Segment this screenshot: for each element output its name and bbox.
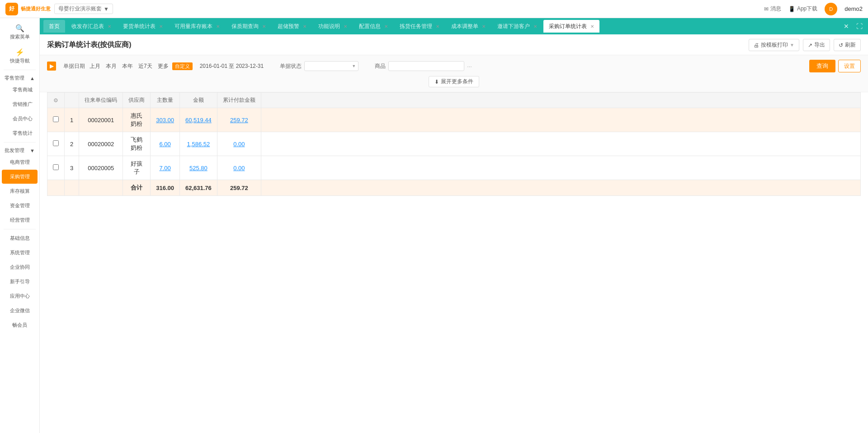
tab-shelf-life[interactable]: 保质期查询 ✕ bbox=[226, 20, 271, 33]
column-settings-icon[interactable]: ⚙ bbox=[53, 97, 58, 104]
sidebar-item-system[interactable]: 系统管理 bbox=[2, 246, 38, 260]
tab-receive-summary[interactable]: 收发存汇总表 ✕ bbox=[66, 20, 117, 33]
date-custom-badge[interactable]: 自定义 bbox=[172, 62, 193, 70]
date-shortcut-7days[interactable]: 近7天 bbox=[137, 62, 154, 71]
sidebar-item-operation[interactable]: 经营管理 bbox=[2, 213, 38, 227]
expand-more-label: 展开更多条件 bbox=[441, 78, 473, 86]
tab-invite-downstream-close[interactable]: ✕ bbox=[533, 24, 537, 29]
query-button[interactable]: 查询 bbox=[809, 60, 835, 72]
sidebar-divider-1 bbox=[4, 70, 36, 70]
goods-more-icon[interactable]: ··· bbox=[467, 63, 472, 70]
goods-input[interactable] bbox=[388, 61, 464, 71]
row-checkbox-3[interactable] bbox=[53, 164, 59, 170]
td-paid-amount-3: 0.00 bbox=[217, 156, 261, 180]
sidebar-group-retail[interactable]: 零售管理 ▲ bbox=[0, 72, 39, 82]
sidebar-item-enterprise-collab[interactable]: 企业协同 bbox=[2, 260, 38, 274]
tab-receive-summary-close[interactable]: ✕ bbox=[108, 24, 111, 29]
tab-overstock-label: 超储预警 bbox=[278, 23, 299, 30]
tab-expand-btn[interactable]: ⛶ bbox=[854, 22, 864, 31]
sidebar-label-member: 会员中心 bbox=[13, 115, 33, 122]
sidebar-item-marketing[interactable]: 营销推广 bbox=[2, 97, 38, 111]
td-unit-code-1: 00020001 bbox=[79, 108, 123, 132]
tab-purchase-stats-close[interactable]: ✕ bbox=[159, 24, 163, 29]
app-download-action[interactable]: 📱 App下载 bbox=[788, 5, 817, 13]
nav-tabs-bar: 首页 收发存汇总表 ✕ 要货单统计表 ✕ 可用量库存账本 ✕ 保质期查询 ✕ 超… bbox=[40, 18, 868, 34]
tab-purchase-order-stats-close[interactable]: ✕ bbox=[590, 24, 594, 29]
sidebar-item-inventory[interactable]: 库存核算 bbox=[2, 184, 38, 198]
avatar-initial: D bbox=[829, 6, 833, 12]
message-action[interactable]: ✉ 消息 bbox=[764, 5, 781, 13]
date-shortcut-last-month[interactable]: 上月 bbox=[88, 62, 102, 71]
sidebar-item-new-guide[interactable]: 新手引导 bbox=[2, 275, 38, 289]
amount-link-1[interactable]: 60,519.44 bbox=[185, 117, 212, 124]
refresh-button[interactable]: ↺ 刷新 bbox=[834, 39, 861, 51]
amount-link-2[interactable]: 1,586.52 bbox=[187, 141, 210, 148]
sidebar-group-wholesale[interactable]: 批发管理 ▼ bbox=[0, 144, 39, 155]
date-shortcut-more[interactable]: 更多 bbox=[156, 62, 170, 71]
footer-index bbox=[65, 180, 79, 196]
sidebar-item-retail-stats[interactable]: 零售统计 bbox=[2, 126, 38, 140]
tab-overstock[interactable]: 超储预警 ✕ bbox=[272, 20, 312, 33]
tab-purchase-order-stats[interactable]: 采购订单统计表 ✕ bbox=[543, 20, 599, 33]
logo-text: 畅捷通好生意 bbox=[21, 6, 51, 12]
tab-shelf-life-close[interactable]: ✕ bbox=[262, 24, 266, 29]
sidebar-item-enterprise-wechat[interactable]: 企业微信 bbox=[2, 304, 38, 318]
tab-home[interactable]: 首页 bbox=[43, 20, 65, 33]
tab-purchase-stats[interactable]: 要货单统计表 ✕ bbox=[118, 20, 168, 33]
td-unit-code-2: 00020002 bbox=[79, 132, 123, 156]
quantity-link-3[interactable]: 7.00 bbox=[159, 165, 170, 171]
tab-config-info[interactable]: 配置信息 ✕ bbox=[354, 20, 393, 33]
date-filter-label: 单据日期 bbox=[63, 62, 85, 70]
filter-item-goods: 商品 ··· bbox=[375, 61, 472, 71]
filter-row-1: ▶ 单据日期 上月 本月 本年 近7天 更多 自定义 2016-0 bbox=[47, 60, 861, 72]
date-shortcut-this-year[interactable]: 本年 bbox=[120, 62, 135, 71]
tab-available-inventory-close[interactable]: ✕ bbox=[216, 24, 220, 29]
td-extra-3 bbox=[261, 156, 860, 180]
row-checkbox-1[interactable] bbox=[53, 116, 59, 122]
tab-function-desc-label: 功能说明 bbox=[318, 23, 340, 30]
paid-link-1[interactable]: 259.72 bbox=[230, 117, 248, 124]
sidebar-item-ecommerce[interactable]: 电商管理 bbox=[2, 155, 38, 169]
paid-link-3[interactable]: 0.00 bbox=[233, 165, 245, 171]
tab-close-all-btn[interactable]: ✕ bbox=[842, 22, 851, 31]
tab-picking-task-close[interactable]: ✕ bbox=[436, 24, 439, 29]
sidebar-item-purchase[interactable]: 采购管理 bbox=[2, 170, 38, 184]
footer-unit-code bbox=[79, 180, 123, 196]
workspace-selector[interactable]: 母婴行业演示账套 ▼ bbox=[54, 4, 113, 14]
sidebar-item-search[interactable]: 🔍 搜索英单 bbox=[2, 20, 38, 44]
print-button[interactable]: 🖨 按模板打印 ▼ bbox=[749, 39, 799, 51]
sidebar-item-app-center[interactable]: 应用中心 bbox=[2, 289, 38, 303]
tab-config-info-close[interactable]: ✕ bbox=[384, 24, 388, 29]
tab-cost-adjust-label: 成本调整单 bbox=[451, 23, 478, 30]
tab-function-desc[interactable]: 功能说明 ✕ bbox=[313, 20, 353, 33]
tab-shelf-life-label: 保质期查询 bbox=[231, 23, 259, 30]
amount-link-3[interactable]: 525.80 bbox=[189, 165, 208, 171]
sidebar-item-member[interactable]: 会员中心 bbox=[2, 112, 38, 126]
td-index-1: 1 bbox=[65, 108, 79, 132]
quantity-link-2[interactable]: 6.00 bbox=[159, 141, 170, 148]
sidebar-item-shortcut[interactable]: ⚡ 快捷导航 bbox=[2, 44, 38, 68]
export-button[interactable]: ↗ 导出 bbox=[803, 39, 830, 51]
filter-toggle-arrow[interactable]: ▶ bbox=[47, 62, 56, 71]
user-avatar[interactable]: D bbox=[825, 3, 837, 15]
sidebar-item-retail-shop[interactable]: 零售商城 bbox=[2, 83, 38, 97]
tab-cost-adjust-close[interactable]: ✕ bbox=[482, 24, 486, 29]
tab-overstock-close[interactable]: ✕ bbox=[303, 24, 307, 29]
tab-cost-adjust[interactable]: 成本调整单 ✕ bbox=[446, 20, 491, 33]
date-shortcut-this-month[interactable]: 本月 bbox=[104, 62, 118, 71]
td-checkbox-2 bbox=[47, 132, 65, 156]
status-select[interactable] bbox=[304, 61, 359, 71]
quantity-link-1[interactable]: 303.00 bbox=[156, 117, 174, 124]
tab-invite-downstream[interactable]: 邀请下游客户 ✕ bbox=[492, 20, 542, 33]
settings-button[interactable]: 设置 bbox=[838, 60, 861, 72]
paid-link-2[interactable]: 0.00 bbox=[233, 141, 245, 148]
sidebar-label-new-guide: 新手引导 bbox=[10, 278, 30, 285]
tab-function-desc-close[interactable]: ✕ bbox=[344, 24, 347, 29]
expand-more-btn[interactable]: ⬇ 展开更多条件 bbox=[429, 76, 479, 87]
tab-available-inventory[interactable]: 可用量库存账本 ✕ bbox=[169, 20, 225, 33]
row-checkbox-2[interactable] bbox=[53, 140, 59, 146]
sidebar-item-member2[interactable]: 畅会员 bbox=[2, 318, 38, 332]
sidebar-item-basic[interactable]: 基础信息 bbox=[2, 231, 38, 245]
tab-picking-task[interactable]: 拣货任务管理 ✕ bbox=[394, 20, 445, 33]
sidebar-item-capital[interactable]: 资金管理 bbox=[2, 199, 38, 213]
